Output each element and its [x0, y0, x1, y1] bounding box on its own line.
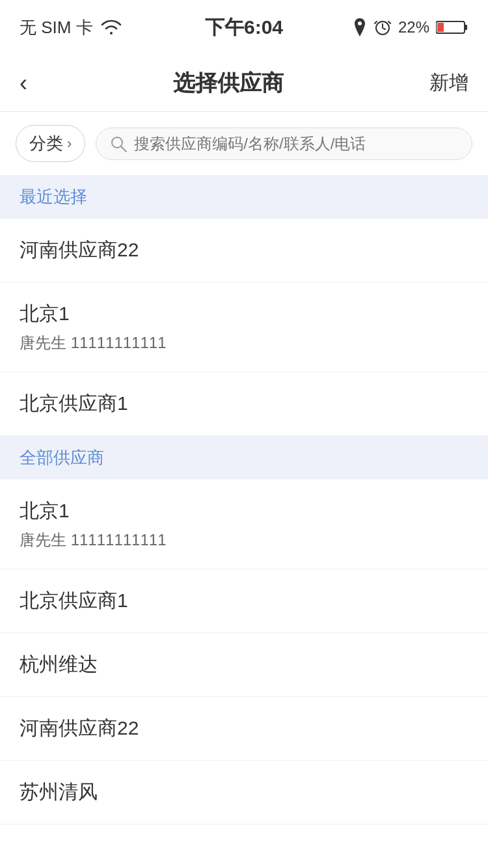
- list-item[interactable]: 北京1唐先生 11111111111: [0, 480, 488, 569]
- page-title: 选择供应商: [173, 68, 284, 98]
- all-section-header: 全部供应商: [0, 436, 488, 480]
- nav-bar: ‹ 选择供应商 新增: [0, 55, 488, 112]
- list-item[interactable]: 杭州维达: [0, 633, 488, 697]
- item-name: 河南供应商22: [20, 237, 468, 264]
- category-filter[interactable]: 分类 ›: [16, 125, 85, 162]
- filter-bar: 分类 ›: [0, 112, 488, 175]
- list-item[interactable]: 河南供应商22: [0, 219, 488, 282]
- search-box[interactable]: [96, 128, 472, 160]
- list-item[interactable]: 苏州清风: [0, 761, 488, 824]
- item-name: 北京1: [20, 498, 468, 524]
- location-icon: [353, 18, 367, 36]
- recent-section-header: 最近选择: [0, 175, 488, 219]
- category-label: 分类: [29, 132, 63, 155]
- carrier-label: 无 SIM 卡: [20, 16, 93, 39]
- battery-label: 22%: [398, 18, 429, 36]
- list-item[interactable]: 北京1唐先生 11111111111: [0, 282, 488, 372]
- item-name: 北京1: [20, 301, 468, 327]
- status-bar: 无 SIM 卡 下午6:04 22%: [0, 0, 488, 55]
- recent-list: 河南供应商22北京1唐先生 11111111111北京供应商1: [0, 219, 488, 436]
- item-name: 北京供应商1: [20, 588, 468, 614]
- chevron-right-icon: ›: [67, 135, 72, 152]
- wifi-icon: [100, 19, 123, 36]
- list-item[interactable]: 河南供应商22: [0, 697, 488, 761]
- item-sub: 唐先生 11111111111: [20, 530, 468, 550]
- svg-line-5: [121, 146, 126, 152]
- item-name: 北京供应商1: [20, 390, 468, 417]
- back-button[interactable]: ‹: [20, 70, 27, 97]
- battery-icon: [436, 20, 468, 35]
- svg-rect-2: [465, 25, 467, 30]
- search-input[interactable]: [134, 135, 459, 153]
- item-name: 河南供应商22: [20, 715, 468, 742]
- all-list: 北京1唐先生 11111111111北京供应商1杭州维达河南供应商22苏州清风: [0, 480, 488, 824]
- add-button[interactable]: 新增: [429, 70, 468, 96]
- alarm-icon: [373, 18, 392, 36]
- list-item[interactable]: 北京供应商1: [0, 372, 488, 436]
- item-name: 苏州清风: [20, 779, 468, 806]
- item-sub: 唐先生 11111111111: [20, 332, 468, 353]
- status-right: 22%: [353, 18, 468, 36]
- item-name: 杭州维达: [20, 651, 468, 678]
- status-time: 下午6:04: [205, 14, 283, 41]
- svg-rect-3: [437, 23, 444, 32]
- carrier-info: 无 SIM 卡: [20, 16, 123, 39]
- search-icon: [109, 135, 128, 153]
- list-item[interactable]: 北京供应商1: [0, 569, 488, 633]
